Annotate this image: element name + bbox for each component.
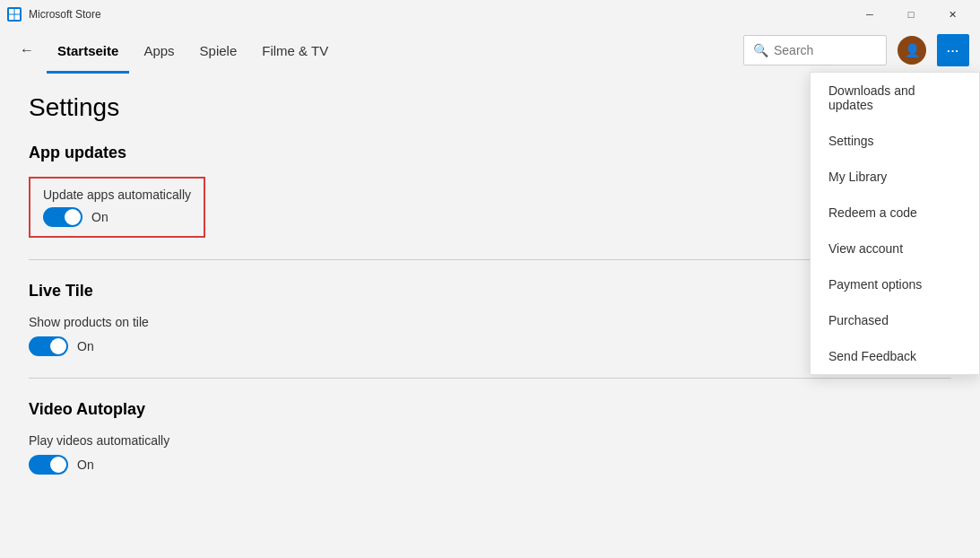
nav-filme-tv[interactable]: Filme & TV bbox=[251, 31, 339, 74]
dropdown-menu: Downloads and updatesSettingsMy LibraryR… bbox=[810, 72, 980, 375]
back-button[interactable]: ← bbox=[11, 34, 43, 66]
dropdown-item-5[interactable]: Payment options bbox=[811, 266, 979, 302]
section-title-video-autoplay: Video Autoplay bbox=[29, 400, 951, 419]
dropdown-item-0[interactable]: Downloads and updates bbox=[811, 73, 979, 123]
search-icon: 🔍 bbox=[753, 43, 768, 57]
svg-rect-3 bbox=[15, 15, 21, 21]
section-video-autoplay: Video Autoplay Play videos automatically… bbox=[29, 400, 951, 475]
toggle-video-autoplay[interactable] bbox=[29, 455, 68, 475]
avatar[interactable]: 👤 bbox=[898, 36, 926, 65]
more-button[interactable]: ··· bbox=[937, 34, 969, 66]
dropdown-item-3[interactable]: Redeem a code bbox=[811, 195, 979, 231]
minimize-button[interactable]: ─ bbox=[849, 0, 890, 29]
dropdown-item-7[interactable]: Send Feedback bbox=[811, 338, 979, 374]
highlight-box-update: Update apps automatically On bbox=[29, 177, 205, 238]
window-controls: ─ □ ✕ bbox=[849, 0, 973, 29]
dropdown-item-4[interactable]: View account bbox=[811, 231, 979, 266]
svg-rect-1 bbox=[15, 9, 21, 14]
setting-item-video-autoplay: Play videos automatically On bbox=[29, 433, 951, 475]
toggle-update-apps[interactable] bbox=[43, 207, 82, 227]
svg-rect-0 bbox=[9, 9, 14, 14]
divider-2 bbox=[29, 378, 951, 379]
toggle-row-update: On bbox=[43, 207, 191, 227]
maximize-button[interactable]: □ bbox=[890, 0, 932, 29]
nav-startseite[interactable]: Startseite bbox=[47, 31, 129, 74]
dropdown-item-2[interactable]: My Library bbox=[811, 159, 979, 195]
nav-apps[interactable]: Apps bbox=[133, 31, 185, 74]
toggle-label-video-autoplay: On bbox=[77, 458, 94, 472]
window-title: Microsoft Store bbox=[29, 8, 849, 21]
toggle-label-live-tile: On bbox=[77, 339, 94, 353]
toggle-label-update: On bbox=[91, 210, 108, 224]
search-box[interactable]: 🔍 bbox=[743, 35, 887, 65]
dropdown-item-1[interactable]: Settings bbox=[811, 123, 979, 159]
search-input[interactable] bbox=[774, 43, 863, 57]
titlebar: Microsoft Store ─ □ ✕ bbox=[0, 0, 980, 29]
navbar: ← Startseite Apps Spiele Filme & TV 🔍 👤 … bbox=[0, 29, 980, 72]
svg-rect-2 bbox=[9, 15, 14, 21]
toggle-row-video-autoplay: On bbox=[29, 455, 951, 475]
nav-spiele[interactable]: Spiele bbox=[189, 31, 248, 74]
dropdown-item-6[interactable]: Purchased bbox=[811, 302, 979, 338]
toggle-live-tile[interactable] bbox=[29, 336, 68, 356]
app-icon bbox=[7, 7, 22, 22]
setting-label-video-autoplay: Play videos automatically bbox=[29, 433, 951, 448]
close-button[interactable]: ✕ bbox=[932, 0, 973, 29]
setting-label-update: Update apps automatically bbox=[43, 187, 191, 202]
